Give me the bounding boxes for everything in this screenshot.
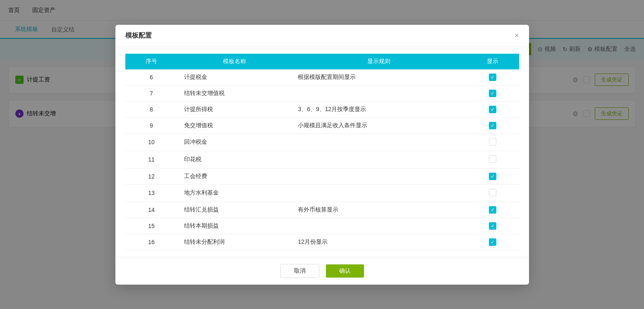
row-display bbox=[467, 133, 519, 151]
display-checkbox[interactable]: ✓ bbox=[489, 173, 496, 180]
row-name: 计提税金 bbox=[177, 69, 291, 86]
table-row: 7结转未交增值税✓ bbox=[125, 85, 519, 101]
row-name: 回冲税金 bbox=[177, 133, 291, 151]
row-name: 印花税 bbox=[177, 151, 291, 168]
row-name: 免交增值税 bbox=[177, 117, 291, 133]
row-index: 6 bbox=[125, 69, 178, 86]
cancel-button[interactable]: 取消 bbox=[280, 264, 319, 278]
display-checkbox[interactable]: ✓ bbox=[489, 106, 496, 113]
table-row: 13地方水利基金 bbox=[125, 184, 519, 202]
row-index: 16 bbox=[125, 234, 178, 250]
row-rule: 根据模版配置期间显示 bbox=[291, 69, 466, 86]
table-body: 6计提税金根据模版配置期间显示✓7结转未交增值税✓8计提所得税3、6、9、12月… bbox=[125, 69, 519, 250]
row-name: 地方水利基金 bbox=[177, 184, 291, 202]
modal-body: 序号 模板名称 显示规则 显示 6计提税金根据模版配置期间显示✓7结转未交增值税… bbox=[115, 47, 529, 257]
row-rule bbox=[291, 184, 466, 202]
row-index: 10 bbox=[125, 133, 178, 151]
row-index: 14 bbox=[125, 202, 178, 218]
row-display: ✓ bbox=[467, 117, 519, 133]
row-index: 13 bbox=[125, 184, 178, 202]
row-name: 结转汇兑损益 bbox=[177, 202, 291, 218]
row-name: 工会经费 bbox=[177, 168, 291, 184]
th-rule: 显示规则 bbox=[291, 54, 466, 69]
table-row: 9免交增值税小规模且满足收入条件显示✓ bbox=[125, 117, 519, 133]
table-row: 15结转本期损益✓ bbox=[125, 218, 519, 234]
display-checkbox[interactable]: ✓ bbox=[489, 90, 496, 97]
table-row: 10回冲税金 bbox=[125, 133, 519, 151]
modal-close-button[interactable]: × bbox=[515, 32, 519, 39]
row-rule: 有外币核算显示 bbox=[291, 202, 466, 218]
background-page: 首页 固定资产 系统模板 自定义结 测算金额 ⊙ 视频 ↻ 刷新 ⚙ 模板配置 … bbox=[0, 0, 644, 309]
table-header-row: 序号 模板名称 显示规则 显示 bbox=[125, 54, 519, 69]
display-checkbox[interactable]: ✓ bbox=[489, 238, 496, 246]
confirm-button[interactable]: 确认 bbox=[326, 264, 364, 278]
row-rule: 12月份显示 bbox=[291, 234, 466, 250]
display-checkbox[interactable]: ✓ bbox=[489, 74, 496, 81]
row-name: 结转本期损益 bbox=[177, 218, 291, 234]
row-display: ✓ bbox=[467, 69, 519, 86]
modal-footer: 取消 确认 bbox=[115, 257, 529, 285]
row-rule bbox=[291, 168, 466, 184]
row-index: 7 bbox=[125, 85, 178, 101]
row-display bbox=[467, 184, 519, 202]
display-checkbox[interactable] bbox=[489, 155, 496, 163]
row-rule: 3、6、9、12月按季度显示 bbox=[291, 101, 466, 117]
row-display: ✓ bbox=[467, 85, 519, 101]
modal-title: 模板配置 bbox=[125, 31, 152, 40]
row-display: ✓ bbox=[467, 234, 519, 250]
table-row: 14结转汇兑损益有外币核算显示✓ bbox=[125, 202, 519, 218]
table-row: 16结转未分配利润12月份显示✓ bbox=[125, 234, 519, 250]
row-name: 结转未交增值税 bbox=[177, 85, 291, 101]
modal-header: 模板配置 × bbox=[115, 25, 529, 47]
row-display bbox=[467, 151, 519, 168]
display-checkbox[interactable] bbox=[489, 189, 496, 196]
row-display: ✓ bbox=[467, 101, 519, 117]
table-row: 8计提所得税3、6、9、12月按季度显示✓ bbox=[125, 101, 519, 117]
table-head: 序号 模板名称 显示规则 显示 bbox=[125, 54, 519, 69]
row-index: 9 bbox=[125, 117, 178, 133]
row-name: 结转未分配利润 bbox=[177, 234, 291, 250]
row-name: 计提所得税 bbox=[177, 101, 291, 117]
row-index: 15 bbox=[125, 218, 178, 234]
th-name: 模板名称 bbox=[177, 54, 291, 69]
display-checkbox[interactable] bbox=[489, 138, 496, 145]
row-display: ✓ bbox=[467, 168, 519, 184]
table-row: 6计提税金根据模版配置期间显示✓ bbox=[125, 69, 519, 86]
display-checkbox[interactable]: ✓ bbox=[489, 206, 496, 214]
row-rule bbox=[291, 133, 466, 151]
table-row: 11印花税 bbox=[125, 151, 519, 168]
row-index: 8 bbox=[125, 101, 178, 117]
th-index: 序号 bbox=[125, 54, 178, 69]
row-display: ✓ bbox=[467, 218, 519, 234]
row-index: 11 bbox=[125, 151, 178, 168]
row-rule bbox=[291, 85, 466, 101]
row-rule bbox=[291, 151, 466, 168]
row-index: 12 bbox=[125, 168, 178, 184]
display-checkbox[interactable]: ✓ bbox=[489, 222, 496, 230]
row-display: ✓ bbox=[467, 202, 519, 218]
row-rule: 小规模且满足收入条件显示 bbox=[291, 117, 466, 133]
th-display: 显示 bbox=[467, 54, 519, 69]
modal-overlay: 模板配置 × 序号 模板名称 显示规则 显示 6计提税金根据模版配置期间 bbox=[0, 0, 644, 309]
row-rule bbox=[291, 218, 466, 234]
table-row: 12工会经费✓ bbox=[125, 168, 519, 184]
config-table: 序号 模板名称 显示规则 显示 6计提税金根据模版配置期间显示✓7结转未交增值税… bbox=[125, 54, 519, 250]
display-checkbox[interactable]: ✓ bbox=[489, 122, 496, 129]
template-config-modal: 模板配置 × 序号 模板名称 显示规则 显示 6计提税金根据模版配置期间 bbox=[115, 25, 529, 285]
